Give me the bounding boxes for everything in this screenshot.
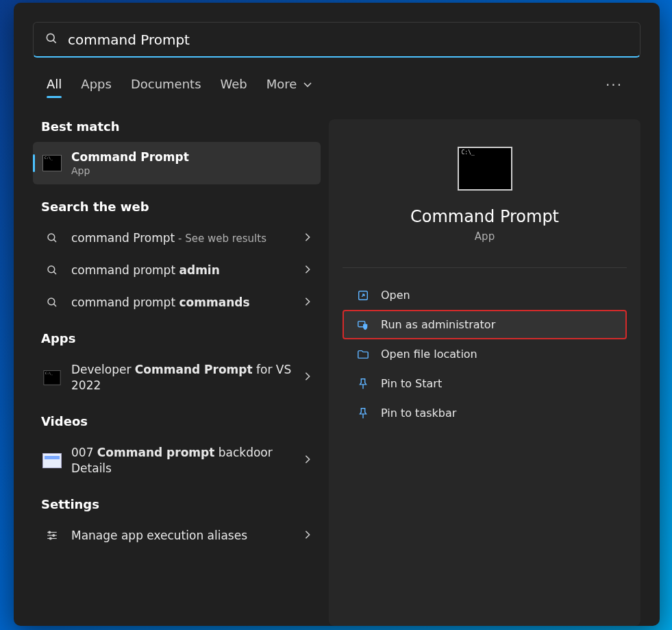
open-icon: [356, 289, 370, 302]
chevron-right-icon: [304, 296, 311, 309]
action-pin-start-label: Pin to Start: [381, 377, 442, 390]
web-result-label: command prompt commands: [71, 295, 295, 311]
action-run-admin-label: Run as administrator: [381, 318, 495, 331]
chevron-right-icon: [304, 529, 311, 542]
pin-icon: [356, 378, 370, 390]
preview-title: Command Prompt: [410, 207, 559, 226]
preview-pane: Command Prompt App Open Run as administr…: [329, 119, 640, 626]
preview-app-icon: [458, 147, 512, 191]
svg-point-11: [49, 531, 51, 533]
action-open-location-label: Open file location: [381, 348, 477, 361]
svg-line-7: [53, 304, 56, 307]
settings-list-icon: [42, 529, 62, 542]
web-header: Search the web: [41, 199, 321, 214]
action-pin-taskbar-label: Pin to taskbar: [381, 407, 456, 420]
tab-more[interactable]: More: [266, 73, 312, 98]
chevron-right-icon: [304, 232, 311, 245]
pin-icon: [356, 407, 370, 420]
preview-actions: Open Run as administrator Open file loca…: [343, 280, 627, 428]
tab-documents[interactable]: Documents: [131, 73, 201, 98]
svg-point-12: [53, 535, 55, 537]
search-icon: [42, 296, 62, 308]
results-column: Best match Command Prompt App Search the…: [33, 119, 321, 626]
svg-line-1: [53, 40, 56, 43]
video-result[interactable]: 007 Command prompt backdoor Details: [33, 437, 321, 485]
shield-admin-icon: [356, 319, 370, 331]
overflow-menu-button[interactable]: ···: [601, 73, 627, 97]
cmd-prompt-icon: [42, 369, 62, 386]
tab-apps[interactable]: Apps: [81, 73, 112, 98]
search-input[interactable]: [68, 32, 629, 48]
tab-all[interactable]: All: [47, 73, 62, 98]
settings-result-label: Manage app execution aliases: [71, 528, 295, 544]
svg-line-5: [53, 272, 56, 275]
search-icon: [42, 232, 62, 244]
filter-tabs: All Apps Documents Web More ···: [33, 70, 640, 100]
svg-line-3: [53, 240, 56, 243]
settings-header: Settings: [41, 497, 321, 511]
search-bar[interactable]: [33, 22, 640, 58]
settings-result[interactable]: Manage app execution aliases: [33, 520, 321, 552]
folder-icon: [356, 348, 370, 361]
apps-header: Apps: [41, 331, 321, 346]
videos-header: Videos: [41, 414, 321, 428]
web-result[interactable]: command Prompt - See web results: [33, 222, 321, 254]
best-match-header: Best match: [41, 119, 321, 134]
chevron-right-icon: [304, 454, 311, 467]
tab-web[interactable]: Web: [221, 73, 247, 98]
svg-point-6: [48, 298, 55, 305]
app-result-label: Developer Command Prompt for VS 2022: [71, 362, 295, 393]
best-match-result[interactable]: Command Prompt App: [33, 142, 321, 184]
action-run-as-administrator[interactable]: Run as administrator: [343, 310, 627, 339]
action-open-file-location[interactable]: Open file location: [343, 339, 627, 369]
svg-point-13: [49, 537, 51, 540]
action-pin-to-start[interactable]: Pin to Start: [343, 369, 627, 398]
video-thumbnail-icon: [42, 453, 62, 468]
search-icon: [45, 32, 58, 48]
web-result-label: command Prompt - See web results: [71, 230, 295, 246]
web-result[interactable]: command prompt admin: [33, 254, 321, 287]
chevron-down-icon: [303, 77, 312, 91]
chevron-right-icon: [304, 264, 311, 277]
start-search-panel: All Apps Documents Web More ··· Best mat…: [14, 3, 660, 626]
app-result[interactable]: Developer Command Prompt for VS 2022: [33, 354, 321, 402]
best-match-subtitle: App: [71, 165, 189, 176]
preview-subtitle: App: [475, 230, 495, 243]
tab-more-label: More: [266, 77, 297, 91]
web-result[interactable]: command prompt commands: [33, 287, 321, 319]
search-icon: [42, 264, 62, 276]
cmd-prompt-icon: [42, 155, 62, 171]
action-open[interactable]: Open: [343, 280, 627, 310]
best-match-title: Command Prompt: [71, 150, 189, 164]
svg-point-4: [48, 266, 55, 273]
chevron-right-icon: [304, 371, 311, 384]
svg-point-0: [47, 34, 54, 41]
video-result-label: 007 Command prompt backdoor Details: [71, 445, 295, 476]
svg-point-2: [48, 234, 55, 241]
action-pin-to-taskbar[interactable]: Pin to taskbar: [343, 398, 627, 428]
divider: [343, 267, 627, 268]
web-result-label: command prompt admin: [71, 263, 295, 278]
action-open-label: Open: [381, 289, 410, 302]
